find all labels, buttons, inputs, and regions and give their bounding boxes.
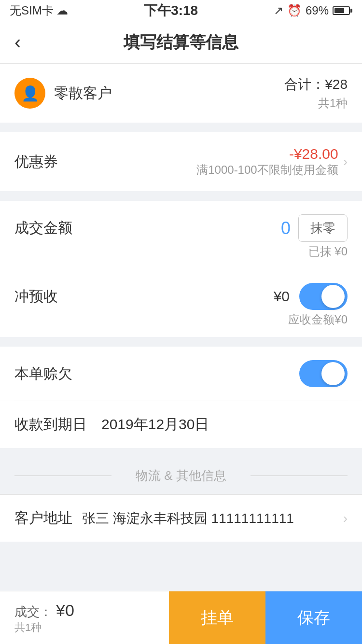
- sep-line-left: [14, 476, 111, 476]
- prepay-toggle-slider: [299, 283, 348, 310]
- transaction-label: 成交金额: [14, 218, 72, 238]
- customer-right: 合计：¥28 共1种: [284, 75, 348, 111]
- address-chevron-icon: ›: [343, 511, 348, 526]
- divider-1: [0, 123, 362, 132]
- customer-left: 👤 零散客户: [14, 78, 112, 109]
- status-bar: 无SIM卡 ☁ 下午3:18 ↗ ⏰ 69%: [0, 0, 362, 21]
- logistics-separator: 物流 & 其他信息: [0, 458, 362, 494]
- debt-toggle[interactable]: [299, 360, 348, 387]
- coupon-right-col: -¥28.00 满1000-100不限制使用金额: [196, 146, 338, 178]
- prepay-main: 冲预收 ¥0: [14, 273, 348, 310]
- customer-count: 共1种: [284, 96, 348, 111]
- transaction-value: 0: [281, 218, 291, 238]
- bottom-deal-count: 共1种: [14, 620, 154, 635]
- bottom-deal-amount: ¥0: [56, 601, 74, 620]
- prepay-label: 冲预收: [14, 287, 58, 307]
- coupon-discount: -¥28.00: [196, 146, 338, 162]
- divider-4: [0, 448, 362, 458]
- hang-button[interactable]: 挂单: [169, 591, 265, 644]
- round-zero-button[interactable]: 抹零: [298, 214, 348, 242]
- already-rounded-text: 已抹 ¥0: [308, 244, 348, 259]
- prepay-toggle[interactable]: [299, 283, 348, 310]
- divider-3: [0, 337, 362, 347]
- nav-bar: ‹ 填写结算等信息: [0, 21, 362, 64]
- status-left: 无SIM卡 ☁: [10, 3, 68, 18]
- battery-icon: [333, 6, 352, 15]
- sim-status: 无SIM卡 ☁: [10, 3, 68, 18]
- status-right: ↗ ⏰ 69%: [274, 4, 352, 17]
- debt-toggle-slider: [299, 360, 348, 387]
- nav-title: 填写结算等信息: [124, 31, 238, 54]
- transaction-sub: 已抹 ¥0: [14, 242, 348, 273]
- due-date-label: 收款到期日: [14, 415, 87, 434]
- content-area: 👤 零散客户 合计：¥28 共1种 优惠券 -¥28.00 满1000-100不…: [0, 64, 362, 644]
- coupon-right: -¥28.00 满1000-100不限制使用金额 ›: [196, 146, 348, 178]
- status-time: 下午3:18: [144, 1, 198, 20]
- address-section[interactable]: 客户地址 张三 海淀永丰科技园 11111111111 ›: [0, 495, 362, 542]
- prepay-sub: 应收金额¥0: [14, 310, 348, 337]
- avatar-icon: 👤: [21, 85, 39, 102]
- sep-line-right: [251, 476, 348, 476]
- transaction-main: 成交金额 0 抹零: [14, 201, 348, 242]
- bottom-bar: 成交： ¥0 共1种 挂单 保存: [0, 591, 362, 644]
- due-date-section[interactable]: 收款到期日 2019年12月30日: [0, 401, 362, 448]
- alarm-icon: ⏰: [287, 4, 302, 17]
- prepay-right: ¥0: [274, 283, 348, 310]
- prepay-right-col: ¥0: [274, 288, 290, 305]
- location-icon: ↗: [274, 4, 283, 17]
- logistics-separator-text: 物流 & 其他信息: [136, 467, 226, 484]
- coupon-label: 优惠券: [14, 152, 58, 172]
- coupon-description: 满1000-100不限制使用金额: [196, 162, 338, 178]
- bottom-deal-label: 成交：: [14, 603, 52, 620]
- due-date-value: 2019年12月30日: [101, 415, 209, 434]
- divider-2: [0, 191, 362, 201]
- customer-total: 合计：¥28: [284, 75, 348, 94]
- address-label: 客户地址: [14, 508, 72, 528]
- customer-row[interactable]: 👤 零散客户 合计：¥28 共1种: [0, 64, 362, 123]
- bottom-left: 成交： ¥0 共1种: [0, 601, 169, 635]
- address-left: 客户地址 张三 海淀永丰科技园 11111111111: [14, 508, 294, 528]
- battery-percent: 69%: [306, 4, 329, 17]
- debt-section: 本单赊欠: [0, 347, 362, 401]
- prepay-section: 冲预收 ¥0 应收金额¥0: [0, 273, 362, 337]
- prepay-amount: ¥0: [274, 288, 290, 305]
- customer-name: 零散客户: [54, 84, 112, 103]
- transaction-section: 成交金额 0 抹零 已抹 ¥0: [0, 201, 362, 273]
- avatar: 👤: [14, 78, 45, 109]
- prepay-sub-text: 应收金额¥0: [288, 312, 348, 327]
- debt-label: 本单赊欠: [14, 364, 72, 384]
- transaction-right: 0 抹零: [281, 214, 348, 242]
- chevron-right-icon: ›: [343, 154, 348, 169]
- save-button[interactable]: 保存: [265, 591, 362, 644]
- back-button[interactable]: ‹: [14, 31, 21, 53]
- coupon-row[interactable]: 优惠券 -¥28.00 满1000-100不限制使用金额 ›: [0, 132, 362, 191]
- address-value: 张三 海淀永丰科技园 11111111111: [82, 509, 294, 528]
